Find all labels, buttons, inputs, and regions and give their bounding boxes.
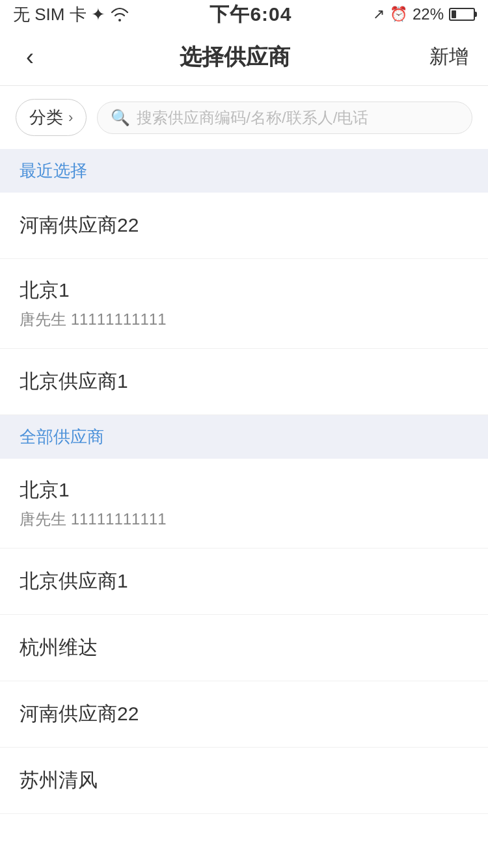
status-bar: 无 SIM 卡 ✦ 下午6:04 ↗ ⏰ 22% bbox=[0, 0, 488, 29]
item-sub: 唐先生 11111111111 bbox=[20, 309, 468, 330]
list-item[interactable]: 北京1唐先生 11111111111 bbox=[0, 459, 488, 549]
item-name: 杭州维达 bbox=[20, 634, 468, 661]
item-name: 北京供应商1 bbox=[20, 368, 468, 395]
status-time: 下午6:04 bbox=[210, 1, 291, 28]
recent-section-header: 最近选择 bbox=[0, 149, 488, 193]
all-items-list: 北京1唐先生 11111111111北京供应商1杭州维达河南供应商22苏州清风 bbox=[0, 459, 488, 814]
battery-percent: 22% bbox=[413, 5, 444, 23]
list-item[interactable]: 北京供应商1 bbox=[0, 349, 488, 415]
no-sim-text: 无 SIM 卡 ✦ bbox=[13, 3, 105, 26]
list-item[interactable]: 北京供应商1 bbox=[0, 549, 488, 615]
item-name: 北京1 bbox=[20, 477, 468, 504]
item-name: 河南供应商22 bbox=[20, 212, 468, 239]
all-section-label: 全部供应商 bbox=[20, 427, 104, 446]
recent-section-label: 最近选择 bbox=[20, 161, 87, 180]
category-label: 分类 bbox=[29, 106, 63, 129]
item-name: 河南供应商22 bbox=[20, 701, 468, 727]
new-add-button[interactable]: 新增 bbox=[429, 44, 468, 70]
list-item[interactable]: 苏州清风 bbox=[0, 748, 488, 814]
item-name: 苏州清风 bbox=[20, 767, 468, 794]
item-sub: 唐先生 11111111111 bbox=[20, 509, 468, 530]
item-name: 北京供应商1 bbox=[20, 568, 468, 595]
nav-bar: ‹ 选择供应商 新增 bbox=[0, 29, 488, 86]
battery-icon bbox=[449, 8, 475, 21]
chevron-right-icon: › bbox=[68, 109, 73, 126]
list-item[interactable]: 河南供应商22 bbox=[0, 681, 488, 748]
list-item[interactable]: 杭州维达 bbox=[0, 615, 488, 681]
location-icon: ↗ bbox=[373, 6, 385, 23]
wifi-icon bbox=[111, 7, 129, 21]
list-item[interactable]: 河南供应商22 bbox=[0, 193, 488, 259]
search-input[interactable] bbox=[137, 109, 459, 127]
recent-items-list: 河南供应商22北京1唐先生 11111111111北京供应商1 bbox=[0, 193, 488, 415]
search-icon: 🔍 bbox=[111, 109, 130, 127]
search-input-wrap: 🔍 bbox=[97, 102, 472, 134]
battery-fill bbox=[452, 10, 456, 18]
back-button[interactable]: ‹ bbox=[20, 37, 40, 77]
alarm-icon: ⏰ bbox=[390, 6, 407, 23]
status-left: 无 SIM 卡 ✦ bbox=[13, 3, 129, 26]
all-section-header: 全部供应商 bbox=[0, 415, 488, 459]
filter-bar: 分类 › 🔍 bbox=[0, 86, 488, 149]
category-filter-button[interactable]: 分类 › bbox=[16, 99, 87, 136]
list-item[interactable]: 北京1唐先生 11111111111 bbox=[0, 259, 488, 349]
page-title: 选择供应商 bbox=[180, 42, 290, 72]
status-right: ↗ ⏰ 22% bbox=[373, 5, 475, 23]
item-name: 北京1 bbox=[20, 277, 468, 304]
